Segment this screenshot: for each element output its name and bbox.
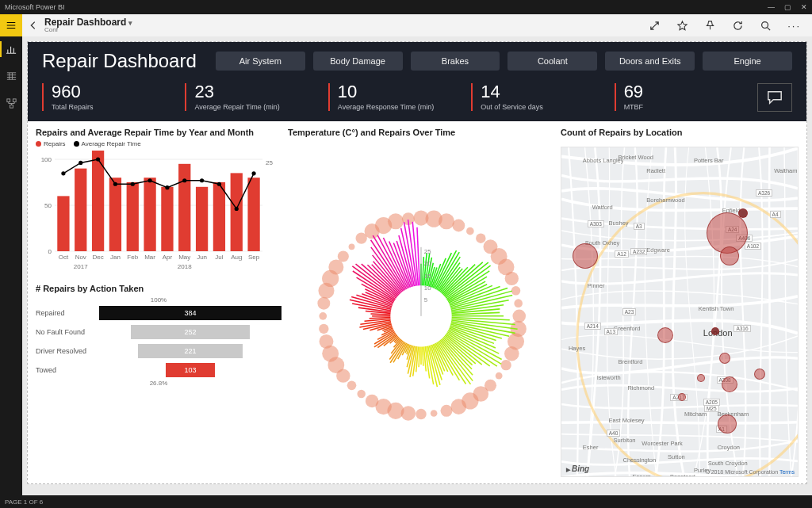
svg-rect-2	[13, 98, 16, 101]
pin-icon[interactable]	[704, 20, 716, 32]
map-label: Bushey	[609, 220, 629, 227]
combo-chart-card[interactable]: Repairs and Average Repair Time by Year …	[36, 128, 282, 277]
road-badge: A4	[770, 211, 781, 218]
svg-text:15: 15	[424, 272, 431, 279]
tab-air-system[interactable]: Air System	[216, 52, 305, 71]
breadcrumb[interactable]: Repair Dashboard▾ Conf	[44, 17, 132, 33]
map-visual[interactable]: Bing © 2018 Microsoft Corporation Terms …	[561, 147, 799, 477]
page-indicator: PAGE 1 OF 6	[5, 498, 43, 506]
map-label: Banstead	[670, 473, 695, 477]
svg-point-85	[319, 311, 327, 319]
svg-rect-3	[10, 105, 13, 108]
svg-rect-25	[178, 164, 190, 251]
kpi-total-repairs: 960 Total Repairs	[42, 83, 169, 111]
tab-brakes[interactable]: Brakes	[411, 52, 500, 71]
favorite-icon[interactable]	[676, 20, 688, 32]
tab-coolant[interactable]: Coolant	[508, 52, 597, 71]
svg-text:May: May	[178, 254, 190, 261]
road-badge: A205	[703, 399, 720, 406]
svg-point-0	[762, 21, 768, 28]
svg-text:5: 5	[424, 296, 427, 304]
svg-rect-13	[75, 169, 86, 251]
svg-text:100: 100	[41, 156, 52, 163]
road-badge: A326	[756, 189, 772, 197]
map-label: East Molesey	[609, 417, 645, 424]
map-bubble	[754, 369, 765, 380]
svg-point-51	[439, 213, 454, 229]
svg-text:Jun: Jun	[197, 254, 207, 261]
more-icon[interactable]: ···	[787, 20, 801, 32]
map-label: Isleworth	[597, 374, 621, 381]
svg-text:Feb: Feb	[127, 254, 138, 261]
map-bubble	[711, 327, 719, 335]
combo-chart-title: Repairs and Average Repair Time by Year …	[36, 128, 282, 137]
funnel-row: No Fault Found 252	[36, 323, 282, 342]
map-bubble	[678, 393, 686, 401]
kpi-out-of-service: 14 Out of Service days	[471, 83, 598, 111]
svg-point-89	[328, 259, 343, 274]
map-title: Count of Repairs by Location	[561, 128, 799, 137]
map-label: Kentish Town	[699, 305, 733, 312]
map-label: Edgware	[646, 246, 670, 254]
nav-data-icon[interactable]	[3, 68, 19, 84]
maximize-icon[interactable]: ▢	[784, 3, 791, 11]
breadcrumb-sub: Conf	[44, 27, 132, 33]
window-titlebar: Microsoft Power BI ― ▢ ✕	[0, 0, 812, 14]
refresh-icon[interactable]	[732, 20, 744, 32]
horizontal-scrollbar[interactable]	[27, 484, 807, 492]
funnel-row: Driver Resolved 221	[36, 342, 282, 361]
svg-text:50: 50	[44, 202, 52, 209]
svg-point-39	[96, 157, 100, 161]
svg-point-53	[466, 227, 474, 235]
search-icon[interactable]	[760, 20, 772, 32]
svg-text:Apr: Apr	[163, 254, 173, 261]
road-badge: A40	[607, 430, 621, 437]
radial-chart: 510152025	[306, 197, 536, 427]
dashboard-title: Repair Dashboard	[42, 50, 197, 72]
nav-model-icon[interactable]	[3, 95, 19, 111]
comment-button[interactable]	[757, 83, 792, 112]
svg-point-64	[504, 346, 519, 361]
minimize-icon[interactable]: ―	[768, 3, 775, 11]
road-badge: A23	[622, 308, 637, 315]
tab-doors-exits[interactable]: Doors and Exits	[605, 52, 695, 71]
left-nav-rail	[0, 36, 22, 495]
svg-point-78	[357, 389, 366, 398]
map-bubble	[697, 374, 705, 382]
svg-point-60	[514, 299, 523, 307]
close-icon[interactable]: ✕	[801, 3, 807, 11]
map-label: Borehamwood	[646, 197, 684, 204]
funnel-row: Repaired 384	[36, 304, 282, 323]
fullscreen-icon[interactable]	[649, 20, 661, 32]
hamburger-button[interactable]	[0, 14, 22, 36]
svg-line-203	[370, 313, 390, 314]
svg-rect-29	[213, 182, 225, 251]
svg-line-201	[370, 317, 391, 318]
svg-point-59	[511, 286, 521, 296]
svg-text:25: 25	[424, 247, 431, 254]
map-label: Worcester Park	[642, 440, 683, 447]
back-button[interactable]	[22, 14, 44, 36]
dashboard-header: Repair Dashboard Air System Body Damage …	[28, 42, 806, 121]
map-terms-link[interactable]: Terms	[779, 469, 795, 475]
kpi-avg-repair-time: 23 Average Repair Time (min)	[185, 83, 312, 111]
svg-rect-23	[161, 187, 173, 251]
report-canvas[interactable]: Repair Dashboard Air System Body Damage …	[27, 41, 807, 484]
svg-point-66	[496, 372, 503, 379]
radial-chart-card[interactable]: 510152025	[288, 147, 554, 477]
svg-rect-19	[127, 182, 139, 251]
svg-text:Oct: Oct	[59, 254, 69, 261]
map-label: Epsom	[632, 473, 650, 477]
tab-engine[interactable]: Engine	[703, 52, 792, 71]
nav-report-icon[interactable]	[3, 41, 19, 57]
app-toolbar: Repair Dashboard▾ Conf ···	[0, 14, 812, 36]
window-controls: ― ▢ ✕	[768, 3, 807, 11]
funnel-chart-card[interactable]: # Repairs by Action Taken 100% Repaired …	[36, 284, 282, 387]
radial-title: Temperature (C°) and Repairs Over Time	[288, 128, 554, 137]
map-label: Purley	[694, 467, 710, 474]
road-badge: A232	[630, 248, 647, 255]
svg-point-77	[366, 394, 379, 407]
svg-text:Mar: Mar	[144, 254, 155, 261]
svg-text:Nov: Nov	[75, 254, 86, 261]
tab-body-damage[interactable]: Body Damage	[313, 52, 403, 71]
